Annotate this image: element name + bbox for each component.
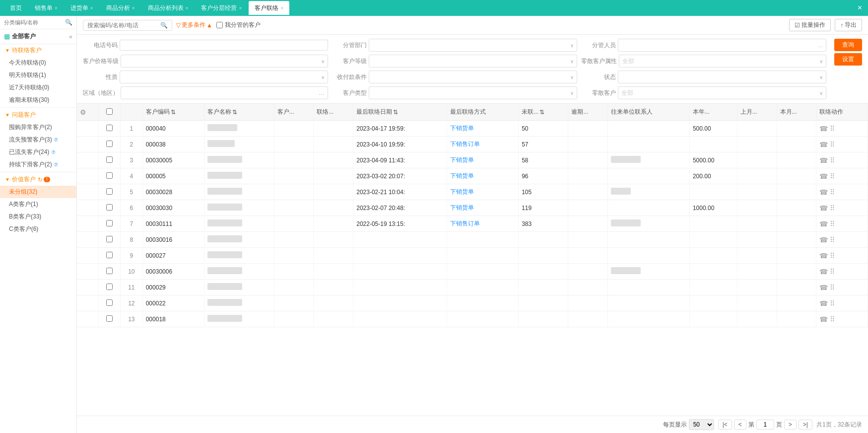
sidebar-item-churn-warning[interactable]: 流失预警客户(3) ⑦ — [0, 134, 76, 146]
contact-method-link[interactable]: 下销货单 — [450, 125, 474, 132]
first-page-button[interactable]: |< — [718, 420, 732, 430]
search-box[interactable]: 🔍 — [83, 20, 172, 31]
sidebar-item-b-class[interactable]: B类客户(33) — [0, 211, 76, 223]
tab-product-analysis-close[interactable]: × — [132, 5, 135, 11]
dept-select[interactable]: ∨ — [369, 39, 577, 52]
row-checkbox[interactable] — [106, 315, 113, 322]
cell-checkbox[interactable] — [98, 295, 120, 311]
more-icon[interactable]: ⠿ — [830, 156, 835, 164]
cell-checkbox[interactable] — [98, 184, 120, 200]
cell-checkbox[interactable] — [98, 280, 120, 295]
more-icon[interactable]: ⠿ — [830, 125, 835, 133]
tab-sales[interactable]: 销售单 × — [29, 1, 64, 15]
price-grade-select[interactable]: ∨ — [121, 55, 328, 68]
call-icon[interactable]: ☎ — [819, 236, 828, 244]
region-select[interactable]: … — [121, 86, 328, 99]
export-button[interactable]: ↑ 导出 — [835, 19, 862, 31]
grade-select[interactable]: ∨ — [369, 55, 577, 68]
person-select[interactable]: … — [618, 39, 826, 52]
settings-icon[interactable]: ⚙ — [80, 108, 86, 116]
call-icon[interactable]: ☎ — [819, 284, 828, 291]
call-icon[interactable]: ☎ — [819, 125, 828, 133]
sidebar-item-tomorrow-pending[interactable]: 明天待联络(1) — [0, 69, 76, 81]
row-checkbox[interactable] — [106, 268, 113, 274]
sidebar-item-declining[interactable]: 持续下滑客户(2) ⑦ — [0, 158, 76, 171]
more-icon[interactable]: ⠿ — [830, 236, 835, 244]
call-icon[interactable]: ☎ — [819, 141, 828, 148]
region-dots[interactable]: … — [319, 89, 325, 96]
prev-page-button[interactable]: < — [734, 420, 746, 430]
phone-input[interactable] — [120, 40, 328, 51]
reset-button[interactable]: 设置 — [834, 53, 862, 66]
call-icon[interactable]: ☎ — [819, 252, 828, 260]
sidebar-group-problem[interactable]: ▼ 问题客户 — [0, 109, 76, 121]
row-checkbox[interactable] — [106, 252, 113, 258]
cell-checkbox[interactable] — [98, 152, 120, 168]
sidebar-search-box[interactable]: 🔍 — [0, 16, 76, 29]
tab-home[interactable]: 首页 — [4, 1, 28, 15]
sidebar-item-7days-pending[interactable]: 近7天待联络(0) — [0, 81, 76, 94]
row-checkbox[interactable] — [106, 125, 113, 131]
customer-type-select[interactable]: ∨ — [369, 86, 577, 99]
sidebar-item-unclassified[interactable]: 未分组(32) — [0, 186, 76, 198]
cell-checkbox[interactable] — [98, 216, 120, 232]
retail-customer-select[interactable]: 全部 ∨ — [618, 86, 826, 99]
tab-customer-contact-close[interactable]: × — [280, 5, 283, 11]
more-icon[interactable]: ⠿ — [830, 220, 835, 228]
row-checkbox[interactable] — [106, 299, 113, 306]
sidebar-item-abnormal-purchase[interactable]: 囤购异常客户(2) — [0, 121, 76, 134]
cell-checkbox[interactable] — [98, 311, 120, 327]
more-icon[interactable]: ⠿ — [830, 284, 835, 291]
sidebar-item-a-class[interactable]: A类客户(1) — [0, 198, 76, 211]
current-page-input[interactable] — [756, 420, 774, 430]
call-icon[interactable]: ☎ — [819, 204, 828, 212]
row-checkbox[interactable] — [106, 284, 113, 290]
sidebar-search-icon[interactable]: 🔍 — [65, 19, 72, 26]
contact-method-link[interactable]: 下销货单 — [450, 172, 474, 179]
batch-ops-button[interactable]: ☑ 批量操作 — [789, 19, 831, 31]
search-icon[interactable]: 🔍 — [160, 22, 168, 29]
tab-purchase-close[interactable]: × — [90, 5, 93, 11]
more-icon[interactable]: ⠿ — [830, 315, 835, 323]
contact-method-link[interactable]: 下销货单 — [450, 204, 474, 211]
more-icon[interactable]: ⠿ — [830, 188, 835, 196]
sidebar-group-value[interactable]: ▼ 价值客户 ↻ ! — [0, 173, 76, 186]
row-checkbox[interactable] — [106, 156, 113, 163]
cell-checkbox[interactable] — [98, 137, 120, 152]
row-checkbox[interactable] — [106, 172, 113, 179]
my-customers-check[interactable] — [216, 22, 223, 28]
tab-sales-close[interactable]: × — [55, 5, 58, 11]
call-icon[interactable]: ☎ — [819, 220, 828, 228]
cell-checkbox[interactable] — [98, 168, 120, 184]
call-icon[interactable]: ☎ — [819, 188, 828, 196]
cell-checkbox[interactable] — [98, 264, 120, 280]
tab-product-analysis[interactable]: 商品分析 × — [100, 1, 141, 15]
sidebar-search-input[interactable] — [4, 19, 65, 25]
close-all-button[interactable]: × — [856, 3, 864, 12]
call-icon[interactable]: ☎ — [819, 315, 828, 323]
contact-method-link[interactable]: 下销货单 — [450, 156, 474, 163]
last-page-button[interactable]: >| — [799, 420, 812, 430]
row-checkbox[interactable] — [106, 188, 113, 195]
retail-attr-select[interactable]: 全部 ∨ — [619, 55, 826, 68]
contact-method-link[interactable]: 下销货单 — [450, 188, 474, 195]
tab-product-analysis-list[interactable]: 商品分析列表 × — [142, 1, 195, 15]
query-button[interactable]: 查询 — [834, 39, 862, 51]
sidebar-item-overdue-contact[interactable]: 逾期未联络(30) — [0, 94, 76, 106]
more-icon[interactable]: ⠿ — [830, 141, 835, 148]
status-select[interactable]: ∨ — [618, 71, 826, 83]
payment-select[interactable]: ∨ — [369, 71, 577, 83]
tab-purchase[interactable]: 进货单 × — [65, 1, 99, 15]
more-conditions-button[interactable]: ▽ 更多条件 ▲ — [176, 21, 212, 29]
contact-method-link[interactable]: 下销售订单 — [450, 220, 480, 227]
row-checkbox[interactable] — [106, 204, 113, 211]
col-name[interactable]: 客户名称 ⇅ — [204, 104, 274, 121]
page-size-dropdown[interactable]: 50 100 200 — [689, 419, 714, 430]
col-settings[interactable]: ⚙ — [77, 104, 98, 121]
contact-method-link[interactable]: 下销售订单 — [450, 141, 480, 147]
sidebar-all-customers[interactable]: ⊞ 全部客户 — [4, 32, 69, 41]
more-icon[interactable]: ⠿ — [830, 252, 835, 260]
call-icon[interactable]: ☎ — [819, 299, 828, 307]
sidebar-group-pending[interactable]: ▼ 待联络客户 — [0, 44, 76, 57]
nature-select[interactable]: ∨ — [120, 71, 328, 83]
